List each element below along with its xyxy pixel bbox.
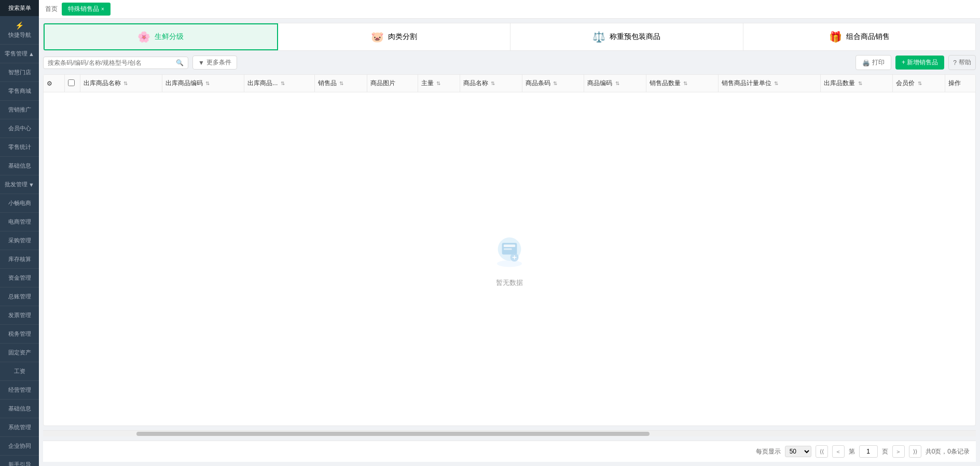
col-out-name-sort-icon: ⇅ xyxy=(123,80,128,86)
sidebar-item-capital-mgmt[interactable]: 资金管理 xyxy=(0,269,39,287)
col-product-name[interactable]: 商品名称 ⇅ xyxy=(460,75,522,92)
general-ledger-label: 总账管理 xyxy=(8,293,31,300)
basic-info-label: 基础信息 xyxy=(8,162,31,170)
help-button[interactable]: ? 帮助 xyxy=(948,55,976,70)
scrollbar-thumb[interactable] xyxy=(136,432,650,436)
tab-close-button[interactable]: × xyxy=(101,6,104,12)
sidebar-item-retail-mgmt[interactable]: 零售管理 ▲ xyxy=(0,45,39,63)
toolbar-left: 🔍 ▼ 更多条件 xyxy=(43,56,237,70)
weight-pack-icon: ⚖️ xyxy=(592,31,605,43)
pagination: 每页显示 50 10 20 100 ⟨⟨ ＜ 第 页 ＞ ⟩⟩ 共0页，0条记录 xyxy=(43,441,976,462)
sidebar-item-purchase-mgmt[interactable]: 采购管理 xyxy=(0,231,39,250)
next-page-button[interactable]: ＞ xyxy=(892,445,905,458)
col-member-price[interactable]: 会员价 ⇅ xyxy=(893,75,945,92)
col-sales-unit[interactable]: 销售商品计量单位 ⇅ xyxy=(719,75,821,92)
col-check[interactable] xyxy=(64,75,80,92)
empty-icon xyxy=(489,230,530,272)
sidebar-item-stock-check[interactable]: 库存核算 xyxy=(0,250,39,269)
col-out-name[interactable]: 出库商品名称 ⇅ xyxy=(80,75,162,92)
capital-mgmt-label: 资金管理 xyxy=(8,274,31,282)
breadcrumb: 首页 xyxy=(45,5,58,13)
col-gear[interactable]: ⚙ xyxy=(44,75,64,92)
sidebar-item-system-mgmt[interactable]: 系统管理 xyxy=(0,418,39,437)
smart-store-label: 智慧门店 xyxy=(8,68,31,76)
col-weight-sort-icon: ⇅ xyxy=(436,80,440,86)
search-box[interactable]: 🔍 xyxy=(43,57,188,69)
sidebar-item-salary[interactable]: 工资 xyxy=(0,362,39,381)
sidebar: 搜索菜单 ⚡ 快捷导航 零售管理 ▲ 智慧门店 零售商城 营销推广 会员中心 零… xyxy=(0,0,39,466)
cat-tab-weight-pack[interactable]: ⚖️ 称重预包装商品 xyxy=(510,23,743,50)
col-barcode[interactable]: 商品条码 ⇅ xyxy=(522,75,584,92)
sidebar-item-quick-nav[interactable]: ⚡ 快捷导航 xyxy=(0,16,39,45)
purchase-mgmt-label: 采购管理 xyxy=(8,237,31,244)
col-product-code[interactable]: 商品编码 ⇅ xyxy=(584,75,646,92)
retail-mgmt-label: 零售管理 xyxy=(5,50,27,58)
empty-text: 暂无数据 xyxy=(496,278,523,287)
toolbar-right: 🖨️ 打印 + 新增销售品 ? 帮助 xyxy=(855,55,976,70)
sidebar-item-basic-info[interactable]: 基础信息 xyxy=(0,157,39,175)
page-unit: 页 xyxy=(882,447,888,456)
filter-icon: ▼ xyxy=(198,59,204,66)
col-out-spec-label: 出库商品... xyxy=(247,79,278,87)
meat-cut-label: 肉类分割 xyxy=(388,32,417,42)
last-page-button[interactable]: ⟩⟩ xyxy=(909,445,921,458)
sidebar-item-sales-promo[interactable]: 营销推广 xyxy=(0,101,39,119)
cat-tab-combo-sales[interactable]: 🎁 组合商品销售 xyxy=(743,23,976,50)
quick-nav-icon: ⚡ xyxy=(15,21,24,30)
active-tab[interactable]: 特殊销售品 × xyxy=(62,3,111,16)
prev-page-button[interactable]: ＜ xyxy=(832,445,845,458)
sidebar-item-ecom-mgmt[interactable]: 电商管理 xyxy=(0,213,39,231)
active-tab-label: 特殊销售品 xyxy=(68,5,99,13)
col-out-code[interactable]: 出库商品编码 ⇅ xyxy=(162,75,244,92)
retail-mall-label: 零售商城 xyxy=(8,87,31,95)
salary-label: 工资 xyxy=(14,367,25,375)
col-sales-qty[interactable]: 销售品数量 ⇅ xyxy=(646,75,719,92)
page-number-input[interactable] xyxy=(859,445,878,458)
search-icon: 🔍 xyxy=(176,59,184,66)
page-size-select[interactable]: 50 10 20 100 xyxy=(785,446,811,457)
retail-mgmt-arrow: ▲ xyxy=(29,51,34,57)
sidebar-item-new-guide[interactable]: 新手引导 xyxy=(0,456,39,466)
select-all-checkbox[interactable] xyxy=(68,79,75,86)
col-actions: 操作 xyxy=(945,75,975,92)
sidebar-item-basic-info2[interactable]: 基础信息 xyxy=(0,400,39,418)
col-out-qty[interactable]: 出库品数量 ⇅ xyxy=(821,75,893,92)
basic-info2-label: 基础信息 xyxy=(8,405,31,413)
member-center-label: 会员中心 xyxy=(8,125,31,132)
col-sales-item-label: 销售品 xyxy=(318,79,337,87)
sidebar-item-enterprise-coop[interactable]: 企业协同 xyxy=(0,437,39,456)
svg-rect-4 xyxy=(504,248,512,250)
col-weight[interactable]: 主量 ⇅ xyxy=(418,75,460,92)
cat-tab-fresh-grade[interactable]: 🌸 生鲜分级 xyxy=(44,23,278,50)
sidebar-item-smart-store[interactable]: 智慧门店 xyxy=(0,63,39,82)
sidebar-item-mini-ecom[interactable]: 小畅电商 xyxy=(0,194,39,213)
sidebar-logo[interactable]: 搜索菜单 xyxy=(0,0,39,16)
sidebar-item-general-ledger[interactable]: 总账管理 xyxy=(0,287,39,306)
col-sales-qty-label: 销售品数量 xyxy=(650,79,681,87)
sidebar-item-retail-stats[interactable]: 零售统计 xyxy=(0,138,39,157)
cat-tab-meat-cut[interactable]: 🐷 肉类分割 xyxy=(278,23,511,50)
sidebar-item-tax-mgmt[interactable]: 税务管理 xyxy=(0,325,39,344)
col-out-spec[interactable]: 出库商品... ⇅ xyxy=(244,75,315,92)
sidebar-item-retail-mall[interactable]: 零售商城 xyxy=(0,82,39,101)
combo-sales-label: 组合商品销售 xyxy=(846,32,890,42)
ecom-mgmt-label: 电商管理 xyxy=(8,218,31,226)
sidebar-item-business-mgmt[interactable]: 经营管理 xyxy=(0,381,39,400)
sidebar-item-member-center[interactable]: 会员中心 xyxy=(0,119,39,138)
filter-button[interactable]: ▼ 更多条件 xyxy=(192,56,237,70)
new-button[interactable]: + 新增销售品 xyxy=(895,56,944,70)
retail-stats-label: 零售统计 xyxy=(8,143,31,151)
col-product-img: 商品图片 xyxy=(367,75,418,92)
col-sales-item[interactable]: 销售品 ⇅ xyxy=(315,75,367,92)
sidebar-item-fixed-assets[interactable]: 固定资产 xyxy=(0,344,39,362)
search-input[interactable] xyxy=(48,59,174,66)
sales-promo-label: 营销推广 xyxy=(8,106,31,114)
sidebar-item-invoice-mgmt[interactable]: 发票管理 xyxy=(0,306,39,325)
fresh-grade-label: 生鲜分级 xyxy=(155,32,184,42)
horizontal-scrollbar[interactable] xyxy=(43,430,976,436)
print-button[interactable]: 🖨️ 打印 xyxy=(855,55,891,70)
first-page-button[interactable]: ⟨⟨ xyxy=(816,445,828,458)
col-member-price-label: 会员价 xyxy=(896,79,915,87)
sidebar-item-wholesale-mgmt[interactable]: 批发管理 ▼ xyxy=(0,175,39,194)
col-sales-unit-sort-icon: ⇅ xyxy=(774,80,778,86)
